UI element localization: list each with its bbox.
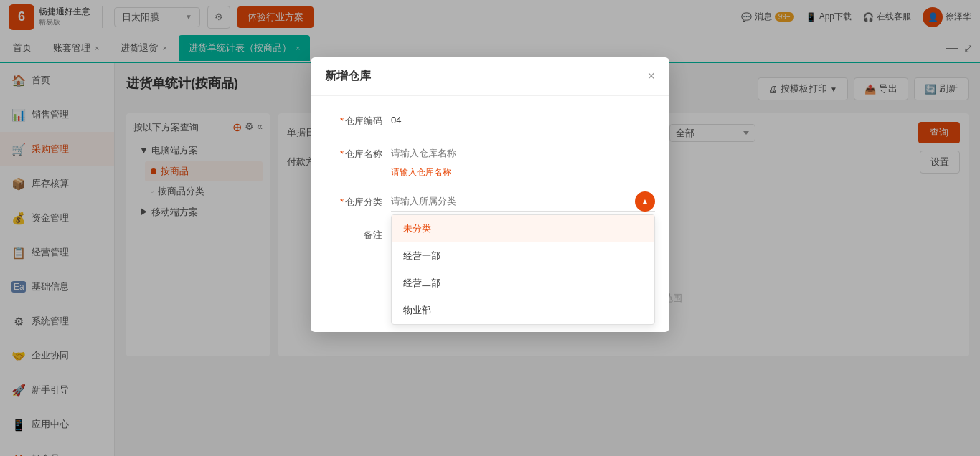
dropdown-item-uncategorized[interactable]: 未分类 [392,215,654,242]
name-error-msg: 请输入仓库名称 [391,166,655,179]
form-row-name: *仓库名称 请输入仓库名称 [325,143,655,179]
category-toggle-button[interactable]: ▲ [635,191,655,212]
note-label: 备注 [325,224,382,242]
dropdown-item-property[interactable]: 物业部 [392,297,654,324]
dialog-body: *仓库编码 *仓库名称 请输入仓库名称 *仓库分类 [311,96,669,285]
name-label: *仓库名称 [325,143,382,161]
dialog-header: 新增仓库 × [311,57,669,96]
category-input[interactable] [391,191,655,212]
add-warehouse-dialog: 新增仓库 × *仓库编码 *仓库名称 请输入仓库名称 [311,57,669,332]
dialog-close-button[interactable]: × [647,69,655,84]
dropdown-item-dept1[interactable]: 经营一部 [392,242,654,270]
form-row-code: *仓库编码 [325,110,655,130]
category-label: *仓库分类 [325,191,382,209]
name-input[interactable] [391,143,655,163]
form-row-category: *仓库分类 ▲ 未分类 经营一部 经营二部 [325,191,655,212]
category-field: ▲ 未分类 经营一部 经营二部 物业部 [391,191,655,212]
category-dropdown: 未分类 经营一部 经营二部 物业部 [391,214,655,325]
code-input[interactable] [391,110,655,130]
code-field [391,110,655,130]
dropdown-item-dept2[interactable]: 经营二部 [392,270,654,297]
dialog-title: 新增仓库 [325,69,371,84]
dialog-overlay: 新增仓库 × *仓库编码 *仓库名称 请输入仓库名称 [0,0,980,456]
code-label: *仓库编码 [325,110,382,128]
name-field: 请输入仓库名称 [391,143,655,179]
